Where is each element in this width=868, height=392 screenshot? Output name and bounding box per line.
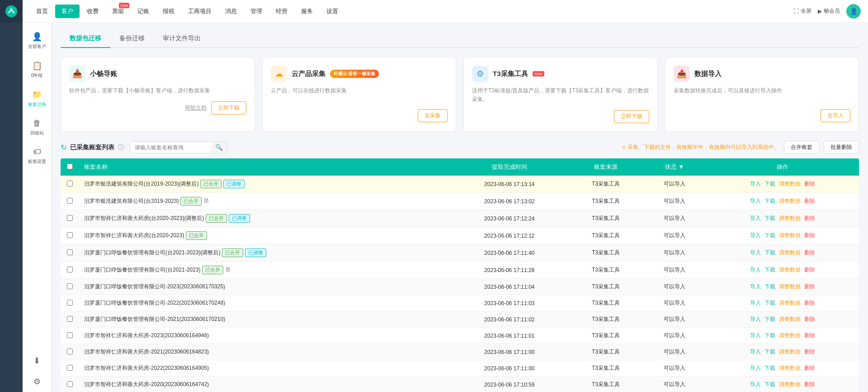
action-import[interactable]: 导入 [750,215,761,221]
action-download[interactable]: 下载 [764,283,775,290]
action-download[interactable]: 下载 [764,215,775,221]
row-checkbox[interactable] [67,198,73,204]
row-checkbox[interactable] [67,283,73,289]
action-adjust[interactable]: 调整数据 [779,215,801,221]
left-nav-user-settings[interactable]: ⚙ [23,371,51,392]
avatar[interactable]: 👤 [846,4,861,19]
action-import[interactable]: 导入 [750,381,761,387]
vip-btn[interactable]: ▶ 畅会员 [818,7,840,15]
nav-item-bookkeeping[interactable]: 记账 [131,5,156,18]
action-adjust[interactable]: 调整数据 [779,267,801,273]
action-adjust[interactable]: 调整数据 [779,300,801,306]
nav-item-business[interactable]: 工商项目 [182,5,218,18]
search-btn[interactable]: 🔍 [212,142,226,153]
action-import[interactable]: 导入 [750,316,761,322]
nav-item-settings[interactable]: 设置 [320,5,344,18]
fullscreen-btn[interactable]: ⛶ 全屏 [793,7,811,15]
action-import[interactable]: 导入 [750,249,761,256]
action-delete[interactable]: 删除 [804,181,815,187]
action-import[interactable]: 导入 [750,267,761,273]
action-download[interactable]: 下载 [764,349,775,355]
batch-delete-btn[interactable]: 批量删除 [824,141,859,154]
row-checkbox[interactable] [67,332,73,338]
action-import[interactable]: 导入 [750,181,761,187]
action-delete[interactable]: 删除 [804,300,815,306]
left-nav-download[interactable]: ⬇ [23,350,51,371]
left-nav-item-declaration[interactable]: 📋 0申报 [23,55,51,84]
action-delete[interactable]: 删除 [804,381,815,387]
search-input[interactable] [130,142,212,153]
left-nav-item-tags[interactable]: 🏷 标签设置 [23,142,51,170]
action-adjust[interactable]: 调整数据 [779,232,801,239]
action-import[interactable]: 导入 [750,332,761,339]
action-download[interactable]: 下载 [764,332,775,339]
dataimport-goto-btn[interactable]: 去导入 [821,109,850,122]
tab-backup-migration[interactable]: 备份迁移 [110,30,154,48]
action-adjust[interactable]: 调整数据 [779,198,801,204]
app-logo[interactable] [0,0,23,23]
row-checkbox[interactable] [67,316,73,322]
action-adjust[interactable]: 调整数据 [779,181,801,187]
left-nav-item-migration[interactable]: 📁 账套迁移 [23,84,51,113]
action-download[interactable]: 下载 [764,365,775,371]
action-adjust[interactable]: 调整数据 [779,332,801,339]
action-adjust[interactable]: 调整数据 [779,349,801,355]
row-checkbox[interactable] [67,267,73,272]
merge-btn[interactable]: 合并账套 [784,141,819,154]
action-delete[interactable]: 删除 [804,332,815,339]
action-delete[interactable]: 删除 [804,283,815,290]
nav-item-fee[interactable]: 收费 [80,5,105,18]
action-delete[interactable]: 删除 [804,365,815,371]
action-download[interactable]: 下载 [764,198,775,204]
action-adjust[interactable]: 调整数据 [779,381,801,387]
action-download[interactable]: 下载 [764,300,775,306]
action-download[interactable]: 下载 [764,181,775,187]
left-nav-item-recycle[interactable]: 🗑 回收站 [23,113,51,142]
action-import[interactable]: 导入 [750,300,761,306]
action-delete[interactable]: 删除 [804,267,815,273]
action-download[interactable]: 下载 [764,381,775,387]
left-nav-item-customers[interactable]: 👤 全部客户 [23,26,51,55]
action-adjust[interactable]: 调整数据 [779,249,801,256]
table-info-icon[interactable]: ⓘ [118,143,124,152]
action-adjust[interactable]: 调整数据 [779,283,801,290]
tab-data-migration[interactable]: 数据包迁移 [61,30,110,48]
action-delete[interactable]: 删除 [804,249,815,256]
tab-audit-export[interactable]: 审计文件导出 [154,30,210,48]
row-checkbox[interactable] [67,365,73,371]
yuncp-collect-btn[interactable]: 去采集 [418,109,448,122]
col-status[interactable]: 状态 ▼ [643,158,706,176]
row-checkbox[interactable] [67,349,73,354]
action-download[interactable]: 下载 [764,267,775,273]
nav-item-tax[interactable]: 报税 [156,5,181,18]
refresh-icon[interactable]: ↻ [61,143,66,152]
action-delete[interactable]: 删除 [804,232,815,239]
row-checkbox[interactable] [67,232,73,238]
row-checkbox[interactable] [67,181,73,186]
nav-item-invoice[interactable]: 票据new [106,5,130,18]
action-delete[interactable]: 删除 [804,349,815,355]
action-import[interactable]: 导入 [750,283,761,290]
row-checkbox[interactable] [67,381,73,387]
action-download[interactable]: 下载 [764,249,775,256]
action-delete[interactable]: 删除 [804,316,815,322]
nav-item-service[interactable]: 服务 [295,5,319,18]
nav-item-customer[interactable]: 客户 [55,5,80,18]
row-checkbox[interactable] [67,215,73,221]
nav-item-message[interactable]: 消息 [219,5,243,18]
nav-item-home[interactable]: 首页 [30,5,54,18]
nav-item-manage[interactable]: 管理 [244,5,269,18]
action-adjust[interactable]: 调整数据 [779,316,801,322]
action-delete[interactable]: 删除 [804,198,815,204]
xiaochang-help-link[interactable]: 帮助文档 [185,104,207,112]
action-import[interactable]: 导入 [750,365,761,371]
row-checkbox[interactable] [67,249,73,255]
action-download[interactable]: 下载 [764,232,775,239]
action-import[interactable]: 导入 [750,198,761,204]
action-import[interactable]: 导入 [750,232,761,239]
action-import[interactable]: 导入 [750,349,761,355]
t3-download-btn[interactable]: 立即下载 [614,110,649,123]
action-adjust[interactable]: 调整数据 [779,365,801,371]
xiaochang-download-btn[interactable]: 立即下载 [211,101,246,115]
select-all-checkbox[interactable] [67,163,73,169]
